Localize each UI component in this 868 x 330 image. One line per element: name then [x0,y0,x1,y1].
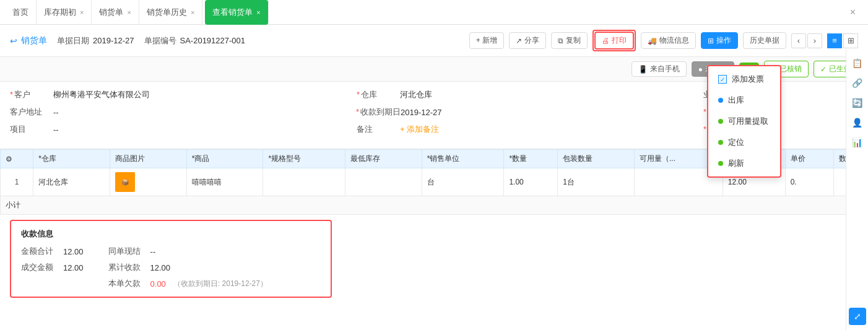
due-date-value: 2019-12-27 [401,108,512,117]
prev-arrow[interactable]: ‹ [791,33,806,48]
blue-dot-icon [718,98,723,103]
print-icon: 🖨 [602,37,609,45]
payment-title: 收款信息 [21,228,321,240]
doc-date-item: 单据日期 2019-12-27 [57,35,134,46]
print-highlight-box: 🖨 打印 [592,30,636,51]
tab-inventory[interactable]: 库存期初 × [37,0,92,25]
sidebar-docs-icon[interactable]: 📋 [849,54,866,72]
col-product: *商品 [186,150,263,168]
payment-section: 收款信息 金额合计 12.00 成交金额 12.00 同单现结 -- 累计收款 [10,220,332,298]
tab-close-inventory[interactable]: × [80,9,84,16]
doc-title: ↩ 销货单 [10,35,47,46]
nav-arrows: ‹ › [791,33,822,48]
amount-total-label: 金额合计 [21,246,58,257]
row-min-stock [345,168,422,196]
close-all-tabs[interactable]: × [843,7,863,18]
cumulative-label: 累计收款 [108,262,145,273]
subtotal-label: 小计 [1,196,868,215]
col-warehouse: *仓库 [33,150,110,168]
locate-item[interactable]: 定位 [708,132,780,153]
add-invoice-item[interactable]: ✓ 添加发票 [708,69,780,90]
transaction-value: 12.00 [63,263,84,272]
amount-total-row: 金额合计 12.00 [21,246,84,257]
row-img: 📦 [110,168,187,196]
plus-icon: + [400,124,405,134]
note-label: 备注 [357,124,400,135]
payment-col-left: 金额合计 12.00 成交金额 12.00 [21,246,84,289]
owed-value: 0.00 [150,279,166,289]
refresh-item[interactable]: 刷新 [708,153,780,174]
green-dot-icon-refresh [718,161,723,166]
operations-dropdown: ✓ 添加发票 出库 可用量提取 定位 刷新 [707,65,781,178]
col-min-stock: 最低库存 [345,150,422,168]
cumulative-row: 累计收款 12.00 [108,262,267,273]
view-toggle: ≡ ⊞ [827,33,858,48]
doc-meta: 单据日期 2019-12-27 单据编号 SA-20191227-001 [57,35,245,46]
mobile-icon: 📱 [638,65,648,74]
check-circle-icon2: ✓ [820,65,827,74]
tab-close-history[interactable]: × [191,9,194,16]
new-button[interactable]: + 新增 [469,32,504,49]
list-view-btn[interactable]: ≡ [827,33,842,48]
logistics-button[interactable]: 🚚 物流信息 [641,32,696,49]
cumulative-value: 12.00 [150,263,171,272]
project-label: 项目 [10,124,53,135]
col-qty: *数量 [504,150,558,168]
doc-number-label: 单据编号 [144,35,176,46]
from-mobile-button[interactable]: 📱 来自手机 [631,61,687,77]
checkbox-icon: ✓ [718,75,727,84]
due-date-label: 收款到期日 [356,106,401,118]
doc-header: ↩ 销货单 单据日期 2019-12-27 单据编号 SA-20191227-0… [0,25,868,57]
sidebar-expand-icon[interactable]: ⤢ [849,308,866,325]
address-value: -- [53,108,165,117]
history-button[interactable]: 历史单据 [743,32,786,49]
main-content: ↩ 销货单 单据日期 2019-12-27 单据编号 SA-20191227-0… [0,25,868,330]
payment-col-right: 同单现结 -- 累计收款 12.00 本单欠款 0.00 （收款到期日: 201… [108,246,267,289]
copy-button[interactable]: ⧉ 复制 [551,32,588,49]
col-price: 单价 [785,150,833,168]
col-unit: *销售单位 [422,150,504,168]
add-note-btn[interactable]: + 添加备注 [400,124,511,135]
tab-home[interactable]: 首页 [5,0,37,25]
circle-icon: ● [698,65,703,74]
address-label: 客户地址 [10,106,53,118]
col-img: 商品图片 [110,150,187,168]
tab-sales-history[interactable]: 销货单历史 × [139,0,202,25]
available-qty-item[interactable]: 可用量提取 [708,111,780,132]
next-arrow[interactable]: › [807,33,822,48]
col-spec: *规格型号 [263,150,345,168]
truck-icon: 🚚 [648,37,657,45]
copy-icon: ⧉ [558,37,563,45]
same-order-label: 同单现结 [108,246,145,257]
row-warehouse: 河北仓库 [33,168,110,196]
row-product: 嘻嘻嘻嘻 [186,168,263,196]
doc-number-value: SA-20191227-001 [180,36,246,45]
sidebar-chart-icon[interactable]: 📊 [849,134,866,151]
tab-sales-order[interactable]: 销货单 × [92,0,139,25]
right-sidebar: 📋 🔗 🔄 👤 📊 ⤢ [846,50,868,330]
share-icon: ↗ [516,37,522,45]
transaction-row: 成交金额 12.00 [21,262,84,273]
transaction-label: 成交金额 [21,262,58,273]
row-unit: 台 [422,168,504,196]
tab-view-sales[interactable]: 查看销货单 × [205,0,268,25]
product-thumbnail: 📦 [115,172,135,192]
sidebar-user-icon[interactable]: 👤 [849,114,866,131]
col-pkg-qty: 包装数量 [558,150,635,168]
tab-close-sales[interactable]: × [127,9,131,16]
project-value: -- [53,125,165,134]
sidebar-refresh-icon[interactable]: 🔄 [849,94,866,111]
warehouse-label: 仓库 [357,89,400,100]
share-button[interactable]: ↗ 分享 [509,32,546,49]
sidebar-link-icon[interactable]: 🔗 [849,74,866,92]
col-settings[interactable]: ⚙ [1,150,33,168]
row-price: 0. [785,168,833,196]
operations-button[interactable]: ⊞ 操作 [701,32,738,49]
doc-actions: + 新增 ↗ 分享 ⧉ 复制 🖨 打印 🚚 物流信息 ⊞ 操作 [469,30,858,51]
print-button[interactable]: 🖨 打印 [594,32,634,50]
grid-view-btn[interactable]: ⊞ [843,33,858,48]
tab-close-view-sales[interactable]: × [256,9,260,16]
green-dot-icon-available [718,119,723,124]
outbound-item[interactable]: 出库 [708,90,780,111]
row-qty: 1.00 [504,168,558,196]
